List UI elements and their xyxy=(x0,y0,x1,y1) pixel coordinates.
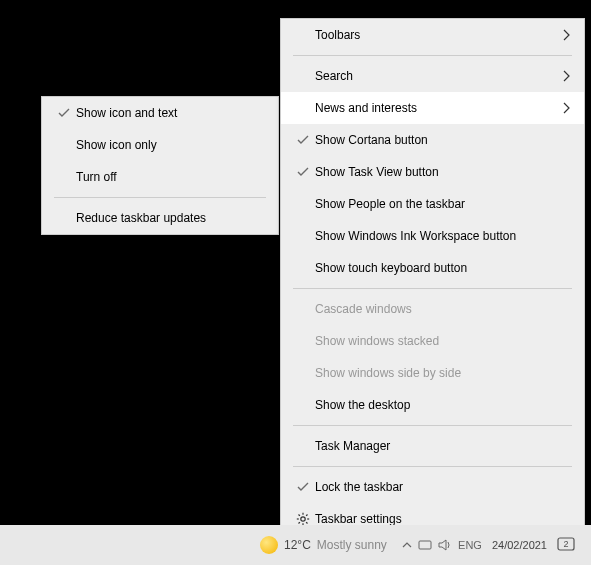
volume-icon[interactable] xyxy=(438,539,452,551)
chevron-up-icon[interactable] xyxy=(402,540,412,550)
menu-item-news-and-interests[interactable]: News and interests xyxy=(281,92,584,124)
menu-item-lock-taskbar[interactable]: Lock the taskbar xyxy=(281,471,584,503)
menu-label: Show the desktop xyxy=(315,398,570,412)
taskbar-context-menu: Toolbars Search News and interests Show … xyxy=(280,18,585,536)
svg-line-8 xyxy=(306,515,307,516)
svg-point-0 xyxy=(301,517,305,521)
menu-label: Toolbars xyxy=(315,28,554,42)
check-icon xyxy=(52,107,76,119)
menu-label: Show icon only xyxy=(76,138,264,152)
chevron-right-icon xyxy=(554,29,570,41)
separator xyxy=(54,197,266,198)
menu-item-show-ink-workspace[interactable]: Show Windows Ink Workspace button xyxy=(281,220,584,252)
menu-label: Lock the taskbar xyxy=(315,480,570,494)
chevron-right-icon xyxy=(554,70,570,82)
menu-item-toolbars[interactable]: Toolbars xyxy=(281,19,584,51)
taskbar-date[interactable]: 24/02/2021 xyxy=(492,539,547,551)
submenu-item-show-icon-only[interactable]: Show icon only xyxy=(42,129,278,161)
gear-icon xyxy=(291,512,315,526)
menu-label: Show People on the taskbar xyxy=(315,197,570,211)
menu-label: Show touch keyboard button xyxy=(315,261,570,275)
menu-label: News and interests xyxy=(315,101,554,115)
svg-line-6 xyxy=(306,522,307,523)
submenu-item-turn-off[interactable]: Turn off xyxy=(42,161,278,193)
svg-line-5 xyxy=(299,515,300,516)
sun-icon xyxy=(260,536,278,554)
menu-label: Reduce taskbar updates xyxy=(76,211,264,225)
menu-label: Task Manager xyxy=(315,439,570,453)
menu-label: Show windows stacked xyxy=(315,334,570,348)
news-interests-submenu: Show icon and text Show icon only Turn o… xyxy=(41,96,279,235)
chevron-right-icon xyxy=(554,102,570,114)
menu-item-cascade-windows: Cascade windows xyxy=(281,293,584,325)
check-icon xyxy=(291,481,315,493)
menu-label: Show Windows Ink Workspace button xyxy=(315,229,570,243)
separator xyxy=(293,466,572,467)
menu-label: Show windows side by side xyxy=(315,366,570,380)
notification-icon[interactable]: 2 xyxy=(557,537,577,553)
menu-item-show-touch-keyboard[interactable]: Show touch keyboard button xyxy=(281,252,584,284)
taskbar: 12°C Mostly sunny ENG 24/02/2021 2 xyxy=(0,525,591,565)
menu-label: Taskbar settings xyxy=(315,512,570,526)
menu-label: Search xyxy=(315,69,554,83)
separator xyxy=(293,288,572,289)
weather-widget[interactable]: 12°C Mostly sunny xyxy=(260,536,387,554)
network-icon[interactable] xyxy=(418,539,432,551)
svg-line-7 xyxy=(299,522,300,523)
menu-label: Show Task View button xyxy=(315,165,570,179)
weather-temp: 12°C xyxy=(284,538,311,552)
separator xyxy=(293,425,572,426)
menu-item-show-stacked: Show windows stacked xyxy=(281,325,584,357)
menu-label: Show icon and text xyxy=(76,106,264,120)
menu-item-show-side-by-side: Show windows side by side xyxy=(281,357,584,389)
submenu-item-reduce-updates[interactable]: Reduce taskbar updates xyxy=(42,202,278,234)
language-indicator[interactable]: ENG xyxy=(458,539,482,551)
menu-label: Cascade windows xyxy=(315,302,570,316)
svg-text:2: 2 xyxy=(563,539,568,549)
menu-item-show-people[interactable]: Show People on the taskbar xyxy=(281,188,584,220)
menu-label: Show Cortana button xyxy=(315,133,570,147)
menu-item-show-task-view-button[interactable]: Show Task View button xyxy=(281,156,584,188)
tray-icons[interactable]: ENG xyxy=(402,539,482,551)
menu-item-search[interactable]: Search xyxy=(281,60,584,92)
system-tray: ENG 24/02/2021 2 xyxy=(402,537,591,553)
menu-item-task-manager[interactable]: Task Manager xyxy=(281,430,584,462)
menu-item-show-desktop[interactable]: Show the desktop xyxy=(281,389,584,421)
check-icon xyxy=(291,166,315,178)
check-icon xyxy=(291,134,315,146)
separator xyxy=(293,55,572,56)
submenu-item-show-icon-and-text[interactable]: Show icon and text xyxy=(42,97,278,129)
svg-rect-9 xyxy=(419,541,431,549)
weather-condition: Mostly sunny xyxy=(317,538,387,552)
menu-label: Turn off xyxy=(76,170,264,184)
menu-item-show-cortana-button[interactable]: Show Cortana button xyxy=(281,124,584,156)
